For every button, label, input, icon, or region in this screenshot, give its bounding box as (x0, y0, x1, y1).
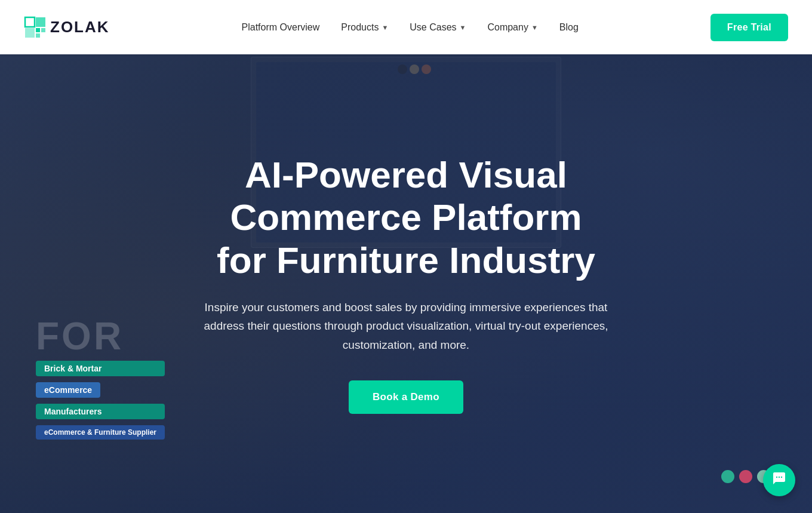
nav-platform-overview[interactable]: Platform Overview (242, 22, 320, 33)
nav-blog[interactable]: Blog (559, 22, 579, 33)
chat-icon (772, 471, 786, 489)
nav-use-cases[interactable]: Use Cases ▼ (410, 22, 466, 33)
products-chevron-icon: ▼ (382, 24, 388, 31)
hero-title: AI-Powered Visual Commerce Platform for … (149, 153, 663, 281)
hero-content: AI-Powered Visual Commerce Platform for … (0, 0, 812, 513)
brand-name: ZOLAK (50, 18, 110, 36)
company-chevron-icon: ▼ (531, 24, 538, 31)
svg-rect-0 (25, 17, 35, 27)
chat-bubble-button[interactable] (763, 464, 795, 496)
svg-point-7 (779, 477, 780, 478)
free-trial-button[interactable]: Free Trial (710, 14, 788, 41)
book-demo-button[interactable]: Book a Demo (349, 380, 463, 414)
svg-rect-4 (41, 28, 45, 32)
svg-rect-3 (36, 28, 40, 32)
svg-point-8 (781, 477, 782, 478)
nav-links: Platform Overview Products ▼ Use Cases ▼… (242, 22, 579, 33)
svg-rect-1 (36, 17, 45, 27)
nav-company[interactable]: Company ▼ (487, 22, 537, 33)
logo-icon (24, 16, 47, 39)
nav-products[interactable]: Products ▼ (341, 22, 388, 33)
logo[interactable]: ZOLAK (24, 16, 110, 39)
svg-rect-2 (25, 28, 35, 38)
use-cases-chevron-icon: ▼ (460, 24, 466, 31)
svg-rect-5 (36, 33, 40, 38)
hero-subtitle: Inspire your customers and boost sales b… (191, 298, 621, 354)
hero-section: FOR Brick & Mortar eCommerce Manufacture… (0, 0, 812, 513)
navbar: ZOLAK Platform Overview Products ▼ Use C… (0, 0, 812, 54)
svg-point-6 (776, 477, 777, 478)
